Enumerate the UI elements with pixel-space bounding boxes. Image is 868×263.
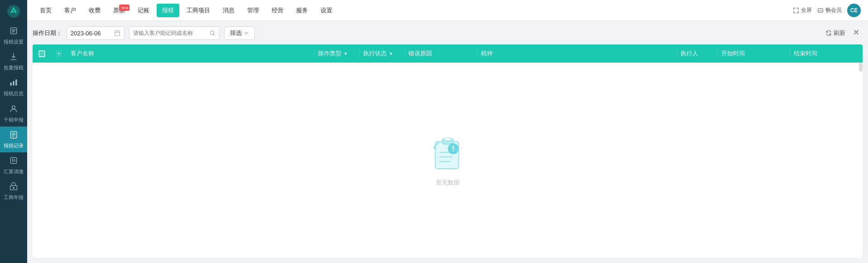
svg-rect-2 — [10, 83, 12, 86]
nav-gongshang[interactable]: 工商项目 — [181, 4, 216, 17]
svg-rect-13 — [38, 50, 44, 56]
chevron-down-icon — [244, 30, 249, 36]
svg-point-5 — [12, 106, 15, 109]
logo — [0, 0, 27, 23]
sidebar-item-baozhuitotal-label: 报税总览 — [4, 91, 24, 97]
search-wrapper[interactable] — [129, 26, 220, 40]
toolbar: 操作日期： 筛选 刷新 — [33, 26, 863, 40]
select-all-checkbox[interactable] — [38, 50, 45, 57]
svg-point-14 — [58, 53, 60, 54]
nav-shouye[interactable]: 首页 — [34, 4, 57, 17]
svg-point-23 — [452, 150, 454, 151]
topnav-items: 首页 客户 收费 票据 new 记账 报税 工商项目 消息 管理 经营 服务 设… — [34, 4, 793, 17]
date-input-wrapper[interactable] — [67, 26, 125, 40]
nav-jizhang[interactable]: 记账 — [132, 4, 155, 17]
huisuan-icon — [9, 156, 18, 167]
geshui-icon — [9, 104, 18, 116]
sidebar-item-geshui-label: 个税申报 — [4, 117, 24, 123]
table-header: 客户名称 操作类型 ▼ 执行状态 ▼ 错误原因 税种 执行人 — [33, 44, 863, 63]
refresh-icon — [825, 30, 832, 36]
calendar-icon — [114, 30, 120, 36]
svg-rect-9 — [13, 187, 14, 189]
sidebar-item-baoshuishezhi-label: 报税设置 — [4, 39, 24, 45]
date-input[interactable] — [71, 30, 111, 37]
table-container: 客户名称 操作类型 ▼ 执行状态 ▼ 错误原因 税种 执行人 — [33, 44, 863, 258]
table-body: 暂无数据 — [33, 63, 863, 258]
member-button[interactable]: 畅会员 — [817, 6, 842, 14]
fullscreen-button[interactable]: 全屏 — [793, 6, 812, 14]
nav-baoshui[interactable]: 报税 — [157, 4, 179, 17]
empty-text: 暂无数据 — [436, 179, 460, 187]
nav-xiaoxi[interactable]: 消息 — [217, 4, 240, 17]
sidebar-item-huisuan[interactable]: 汇算清缴 — [0, 152, 27, 178]
sidebar-item-baozhuijilu-label: 报税记录 — [4, 143, 24, 149]
scroll-indicator[interactable] — [859, 63, 863, 72]
sidebar-item-huisuan-label: 汇算清缴 — [4, 169, 24, 175]
close-button[interactable] — [850, 28, 863, 39]
piliangshuibao-icon — [9, 52, 18, 63]
svg-rect-17 — [444, 138, 451, 141]
sidebar-item-piliangshuibao[interactable]: 批量报税 — [0, 49, 27, 74]
refresh-button[interactable]: 刷新 — [825, 29, 845, 37]
nav-shezhi[interactable]: 设置 — [315, 4, 338, 17]
sidebar: 报税设置 批量报税 报税总览 个税申报 报税记录 汇算清缴 工商 — [0, 0, 27, 263]
sidebar-item-gongshangnian[interactable]: 工商年报 — [0, 178, 27, 204]
settings-icon — [55, 50, 62, 57]
sidebar-item-baozhuijilu[interactable]: 报税记录 — [0, 127, 27, 152]
th-executor: 执行人 — [677, 49, 718, 58]
nav-kehu[interactable]: 客户 — [59, 4, 82, 17]
sidebar-item-geshui[interactable]: 个税申报 — [0, 101, 27, 127]
new-badge: new — [119, 5, 129, 11]
baoshuishezhi-icon — [9, 26, 18, 38]
optype-sort-icon: ▼ — [343, 51, 348, 56]
svg-rect-4 — [15, 80, 17, 86]
empty-illustration — [430, 133, 466, 174]
svg-rect-11 — [115, 31, 120, 36]
nav-piao[interactable]: 票据 new — [108, 4, 130, 17]
th-starttime: 开始时间 — [718, 49, 790, 58]
exstatus-sort-icon: ▼ — [388, 51, 393, 56]
nav-shoufei[interactable]: 收费 — [83, 4, 106, 17]
gongshangnian-icon — [9, 182, 18, 193]
th-endtime: 结束时间 — [790, 49, 863, 58]
th-erreason: 错误原因 — [405, 49, 477, 58]
main-area: 首页 客户 收费 票据 new 记账 报税 工商项目 消息 管理 经营 服务 设… — [27, 0, 868, 263]
baozhuijilu-icon — [9, 130, 18, 141]
th-customer: 客户名称 — [67, 49, 314, 58]
nav-jingying[interactable]: 经营 — [266, 4, 289, 17]
baozhuitotal-icon — [9, 78, 18, 89]
topnav: 首页 客户 收费 票据 new 记账 报税 工商项目 消息 管理 经营 服务 设… — [27, 0, 868, 21]
nav-guanli[interactable]: 管理 — [242, 4, 264, 17]
sidebar-item-baozhuitotal[interactable]: 报税总览 — [0, 74, 27, 100]
th-taxtype: 税种 — [477, 49, 677, 58]
filter-button[interactable]: 筛选 — [224, 26, 255, 40]
nav-fuwu[interactable]: 服务 — [291, 4, 313, 17]
avatar[interactable]: CE — [847, 4, 861, 17]
sidebar-item-gongshangnian-label: 工商年报 — [4, 195, 24, 200]
th-settings[interactable] — [51, 50, 67, 57]
th-checkbox[interactable] — [33, 50, 51, 57]
date-label: 操作日期： — [33, 29, 62, 37]
search-input[interactable] — [133, 30, 206, 36]
close-icon — [853, 29, 860, 36]
content: 操作日期： 筛选 刷新 — [27, 21, 868, 263]
th-exstatus[interactable]: 执行状态 ▼ — [360, 49, 405, 58]
th-optype[interactable]: 操作类型 ▼ — [314, 49, 360, 58]
search-icon — [209, 30, 216, 36]
empty-state: 暂无数据 — [430, 133, 466, 187]
sidebar-item-baoshuishezhi[interactable]: 报税设置 — [0, 23, 27, 49]
sidebar-item-piliangshuibao-label: 批量报税 — [4, 65, 24, 71]
topnav-right: 全屏 畅会员 CE — [793, 4, 861, 17]
svg-rect-3 — [13, 81, 14, 86]
